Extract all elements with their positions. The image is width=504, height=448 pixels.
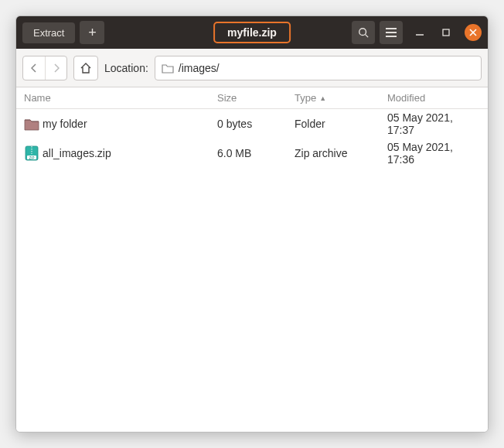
close-icon: [469, 29, 477, 36]
titlebar: Extract + myfile.zip: [16, 16, 488, 49]
column-name[interactable]: Name: [16, 87, 209, 108]
forward-button[interactable]: [45, 56, 66, 80]
column-modified[interactable]: Modified: [380, 87, 488, 108]
maximize-button[interactable]: [437, 23, 455, 42]
list-item[interactable]: ZIP all_images.zip 6.0 MB Zip archive 05…: [16, 139, 488, 168]
nav-group: [22, 56, 67, 80]
search-icon: [358, 27, 369, 38]
extract-button[interactable]: Extract: [22, 22, 75, 43]
cell-type: Folder: [287, 115, 380, 132]
cell-name: ZIP all_images.zip: [16, 143, 209, 163]
svg-point-0: [359, 29, 366, 36]
hamburger-icon: [386, 28, 397, 37]
minimize-icon: [416, 29, 424, 36]
svg-rect-6: [443, 29, 449, 36]
minimize-button[interactable]: [410, 23, 429, 42]
add-files-button[interactable]: +: [80, 21, 104, 44]
cell-size: 6.0 MB: [209, 145, 287, 162]
home-icon: [80, 62, 92, 74]
list-item[interactable]: my folder 0 bytes Folder 05 May 2021, 17…: [16, 109, 488, 139]
location-label: Location:: [104, 62, 148, 74]
file-name: my folder: [43, 118, 87, 130]
column-type-label: Type: [295, 92, 316, 104]
back-button[interactable]: [23, 56, 45, 80]
menu-button[interactable]: [380, 21, 403, 44]
cell-name: my folder: [16, 114, 209, 134]
search-button[interactable]: [352, 21, 375, 44]
cell-size: 0 bytes: [209, 115, 287, 132]
svg-line-1: [366, 35, 369, 38]
chevron-right-icon: [53, 63, 60, 73]
folder-icon: [24, 116, 39, 132]
toolbar: Location:: [16, 49, 488, 87]
archive-manager-window: Extract + myfile.zip: [15, 15, 489, 433]
file-name: all_images.zip: [43, 147, 111, 159]
cell-modified: 05 May 2021, 17:37: [380, 109, 488, 139]
folder-icon: [162, 63, 174, 74]
plus-icon: +: [88, 25, 97, 41]
location-box[interactable]: [155, 56, 482, 80]
titlebar-left: Extract +: [22, 21, 104, 44]
home-button[interactable]: [73, 56, 98, 80]
column-headers: Name Size Type ▲ Modified: [16, 87, 488, 109]
location-input[interactable]: [179, 62, 475, 74]
maximize-icon: [442, 29, 450, 36]
zip-icon: ZIP: [24, 145, 39, 161]
cell-modified: 05 May 2021, 17:36: [380, 139, 488, 168]
close-button[interactable]: [465, 24, 482, 41]
column-size[interactable]: Size: [209, 87, 287, 108]
sort-ascending-icon: ▲: [319, 94, 326, 102]
window-title: myfile.zip: [213, 22, 291, 43]
svg-text:ZIP: ZIP: [29, 156, 34, 160]
titlebar-right: [352, 21, 482, 44]
column-type[interactable]: Type ▲: [287, 87, 380, 108]
cell-type: Zip archive: [287, 145, 380, 162]
file-list: my folder 0 bytes Folder 05 May 2021, 17…: [16, 109, 488, 432]
chevron-left-icon: [31, 63, 37, 73]
